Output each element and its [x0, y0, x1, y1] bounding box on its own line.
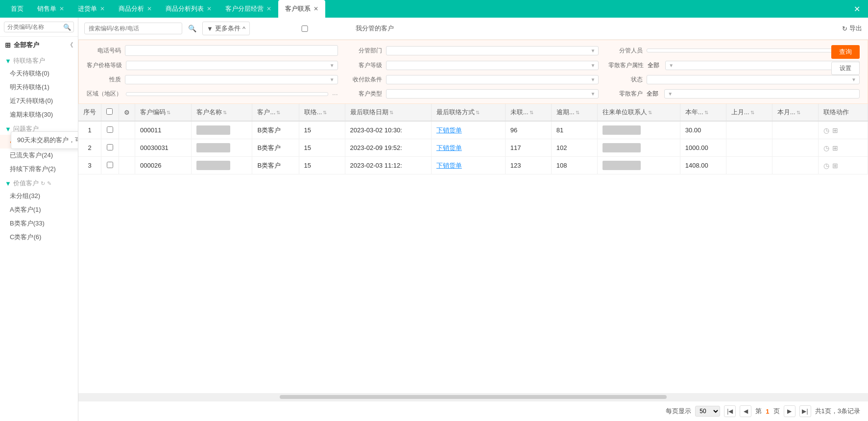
sidebar-item-class-a[interactable]: A类客户(1)	[0, 203, 78, 217]
status-select[interactable]: ▼	[647, 75, 860, 84]
page-size-select[interactable]: 50 100 200	[695, 406, 720, 417]
filter-row-payment: 收付款条件 ▼	[348, 75, 599, 84]
prev-page-btn[interactable]: ◀	[740, 405, 751, 417]
action-icon-2[interactable]: ⊞	[832, 126, 838, 134]
action-icon-1[interactable]: ◷	[823, 126, 829, 134]
sidebar-item-declining[interactable]: 持续下滑客户(2)	[0, 162, 78, 176]
sidebar-all-customers[interactable]: ⊞ 全部客户 《	[0, 37, 78, 53]
tab-customer-layer[interactable]: 客户分层经营 ✕	[218, 0, 278, 18]
query-button[interactable]: 查询	[831, 45, 860, 59]
my-customers-checkbox[interactable]	[256, 25, 354, 32]
filter-row-gender: 性质 ▼	[87, 75, 338, 84]
close-all-tabs[interactable]: ✕	[850, 4, 864, 14]
col-header-last-method[interactable]: 最后联络方式⇅	[431, 104, 505, 121]
manager-select[interactable]	[647, 49, 850, 52]
col-header-contact[interactable]: 联络...⇅	[299, 104, 345, 121]
my-customers-checkbox-label[interactable]: 我分管的客户	[256, 24, 394, 33]
edit-icon[interactable]: ✎	[47, 180, 51, 187]
grid-icon: ⊞	[5, 41, 11, 49]
pagination-bar: 每页显示 50 100 200 |◀ ◀ 第 1 页 ▶ ▶| 共1页，3条记录	[78, 401, 868, 421]
row-checkbox[interactable]	[107, 126, 113, 133]
price-level-select[interactable]: ▼	[126, 61, 338, 70]
cell-action: ◷ ⊞	[818, 121, 868, 139]
tab-analysis-list[interactable]: 商品分析列表 ✕	[159, 0, 218, 18]
action-icon-1[interactable]: ◷	[823, 144, 829, 152]
col-header-code[interactable]: 客户编码⇅	[135, 104, 192, 121]
settings-button[interactable]: 设置	[831, 62, 860, 75]
col-header-unit-contact[interactable]: 往来单位联系人⇅	[597, 104, 680, 121]
last-page-btn[interactable]: ▶|	[799, 405, 811, 417]
cell-unit-contact	[597, 139, 680, 157]
cell-last-method[interactable]: 下销货单	[431, 139, 505, 157]
close-tab-analysis-list[interactable]: ✕	[207, 5, 212, 12]
cell-this-month	[772, 157, 818, 174]
region-more-btn[interactable]: ···	[332, 90, 338, 98]
cell-contact: 15	[299, 139, 345, 157]
dept-select[interactable]: ▼	[386, 46, 599, 55]
more-conditions-btn[interactable]: ▼ 更多条件 ^	[202, 22, 250, 35]
col-header-name[interactable]: 客户名称⇅	[191, 104, 252, 121]
region-select[interactable]	[126, 92, 328, 96]
sidebar-item-ungrouped[interactable]: 未分组(32)	[0, 189, 78, 203]
action-icon-2[interactable]: ⊞	[832, 162, 838, 170]
scrollbar-thumb[interactable]	[280, 395, 667, 399]
sidebar-item-tomorrow[interactable]: 明天待联络(1)	[0, 80, 78, 94]
first-page-btn[interactable]: |◀	[724, 405, 736, 417]
sidebar-item-class-c[interactable]: C类客户(6)	[0, 230, 78, 244]
cell-checkbox[interactable]	[101, 121, 119, 139]
action-icon-2[interactable]: ⊞	[832, 144, 838, 152]
sidebar-item-churned[interactable]: 已流失客户(24)	[0, 149, 78, 162]
col-header-settings[interactable]: ⚙	[119, 104, 135, 121]
customer-level-select[interactable]: ▼	[386, 61, 599, 70]
tab-analysis[interactable]: 商品分析 ✕	[112, 0, 159, 18]
tab-sales[interactable]: 销售单 ✕	[30, 0, 71, 18]
close-tab-purchase[interactable]: ✕	[100, 5, 105, 12]
sort-icon-3: ⇅	[276, 110, 280, 115]
customer-type-select[interactable]: ▼	[386, 89, 599, 99]
sidebar-group-pending[interactable]: ▼ 待联络客户	[0, 53, 78, 67]
cell-last-method[interactable]: 下销货单	[431, 121, 505, 139]
zero-attr-select[interactable]: ▼	[665, 61, 860, 70]
close-tab-analysis[interactable]: ✕	[147, 5, 152, 12]
close-tab-customer-contact[interactable]: ✕	[313, 5, 318, 12]
sidebar-item-overdue[interactable]: 逾期未联络(30)	[0, 108, 78, 122]
cell-checkbox[interactable]	[101, 157, 119, 174]
tab-customer-contact[interactable]: 客户联系 ✕	[278, 0, 325, 18]
row-checkbox[interactable]	[107, 162, 113, 168]
horizontal-scrollbar[interactable]	[86, 395, 860, 399]
phone-input[interactable]	[125, 45, 338, 56]
close-tab-customer-layer[interactable]: ✕	[266, 5, 271, 12]
col-header-last-date[interactable]: 最后联络日期⇅	[345, 104, 431, 121]
export-btn[interactable]: ↻ 导出	[842, 24, 862, 33]
col-header-overdue[interactable]: 逾期...⇅	[551, 104, 597, 121]
sidebar-item-today[interactable]: 今天待联络(0)	[0, 67, 78, 80]
col-header-action: 联络动作	[818, 104, 868, 121]
tab-purchase[interactable]: 进货单 ✕	[71, 0, 112, 18]
tab-home[interactable]: 首页	[4, 0, 30, 18]
gender-select[interactable]: ▼	[125, 75, 338, 84]
action-icon-1[interactable]: ◷	[823, 162, 829, 170]
search-input[interactable]	[84, 23, 182, 34]
cell-checkbox[interactable]	[101, 139, 119, 157]
zero-customer-select[interactable]: ▼	[664, 89, 860, 99]
sidebar-item-class-b[interactable]: B类客户(33)	[0, 217, 78, 230]
cell-action: ◷ ⊞	[818, 139, 868, 157]
col-header-this-month[interactable]: 本月...⇅	[772, 104, 818, 121]
col-header-last-month[interactable]: 上月...⇅	[726, 104, 772, 121]
cell-last-method[interactable]: 下销货单	[431, 157, 505, 174]
select-all-checkbox[interactable]	[106, 108, 113, 115]
sidebar-item-week[interactable]: 近7天待联络(0)	[0, 94, 78, 108]
col-header-this-year[interactable]: 本年...⇅	[680, 104, 726, 121]
col-header-checkbox[interactable]	[101, 104, 119, 121]
col-header-no-contact[interactable]: 未联...⇅	[505, 104, 551, 121]
sidebar-group-value[interactable]: ▼ 价值客户 ↻ ✎	[0, 176, 78, 189]
refresh-icon[interactable]: ↻	[41, 180, 45, 187]
row-checkbox[interactable]	[107, 144, 113, 150]
payment-select[interactable]: ▼	[386, 75, 599, 84]
col-header-type[interactable]: 客户...⇅	[252, 104, 299, 121]
sidebar-collapse-btn[interactable]: 《	[67, 41, 73, 50]
search-icon[interactable]: 🔍	[188, 25, 196, 32]
sort-icon-10: ⇅	[704, 110, 708, 115]
close-tab-sales[interactable]: ✕	[59, 5, 64, 12]
next-page-btn[interactable]: ▶	[784, 405, 796, 417]
